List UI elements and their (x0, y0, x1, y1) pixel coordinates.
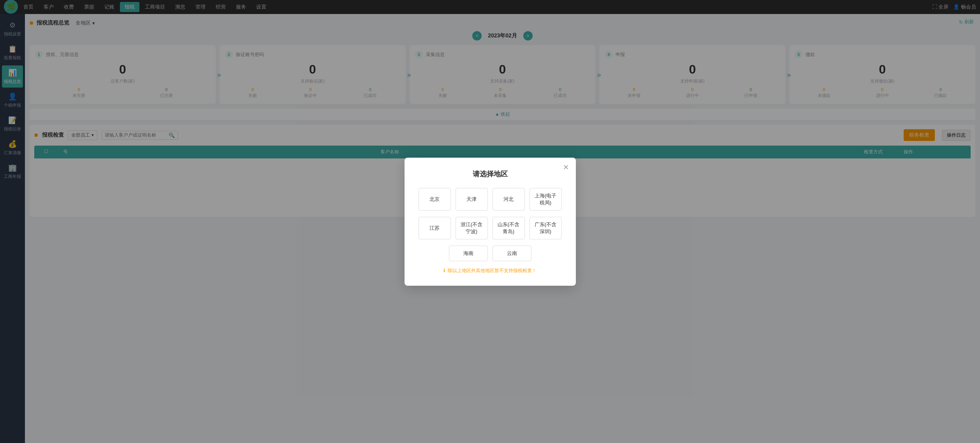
region-btn-jiangsu[interactable]: 江苏 (419, 217, 451, 239)
region-btn-yunnan[interactable]: 云南 (493, 246, 531, 261)
region-btn-shandong[interactable]: 山东(不含青岛) (493, 217, 525, 239)
region-btn-guangdong[interactable]: 广东(不含深圳) (530, 217, 562, 239)
warning-text: 除以上地区外其他地区暂不支持报税检查！ (448, 267, 537, 274)
region-grid-2: 江苏 浙江(不含宁波) 山东(不含青岛) 广东(不含深圳) (419, 217, 562, 239)
region-btn-hebei[interactable]: 河北 (493, 188, 525, 211)
modal-overlay[interactable]: ✕ 请选择地区 北京 天津 河北 上海(电子税局) 江苏 浙江(不含宁波) 山东… (0, 0, 980, 443)
region-grid-1: 北京 天津 河北 上海(电子税局) (419, 188, 562, 211)
modal-title: 请选择地区 (419, 169, 562, 179)
modal-warning: ℹ 除以上地区外其他地区暂不支持报税检查！ (419, 267, 562, 274)
region-btn-tianjin[interactable]: 天津 (456, 188, 488, 211)
region-btn-beijing[interactable]: 北京 (419, 188, 451, 211)
region-btn-shanghai[interactable]: 上海(电子税局) (530, 188, 562, 211)
region-btn-hainan[interactable]: 海南 (449, 246, 488, 261)
region-row-3: 海南 云南 (419, 246, 562, 261)
region-select-modal: ✕ 请选择地区 北京 天津 河北 上海(电子税局) 江苏 浙江(不含宁波) 山东… (405, 158, 576, 286)
warning-icon: ℹ (443, 268, 445, 273)
region-btn-zhejiang[interactable]: 浙江(不含宁波) (456, 217, 488, 239)
modal-close-btn[interactable]: ✕ (563, 163, 569, 172)
